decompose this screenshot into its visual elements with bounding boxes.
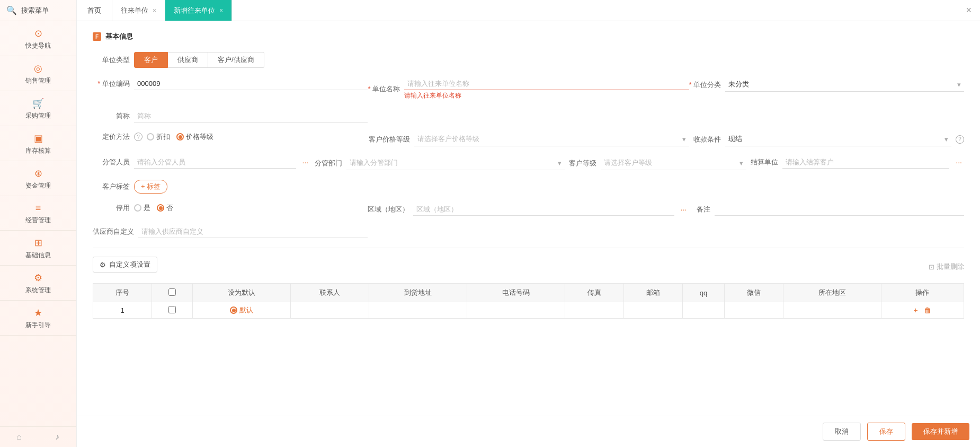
- row-checkbox[interactable]: [168, 306, 176, 313]
- unit-name-inner: 请输入往来单位名称: [404, 77, 689, 100]
- user-icon: ♪: [55, 432, 59, 442]
- customer-price-level-label: 客户价格等级: [368, 135, 410, 144]
- sidebar-item-operations[interactable]: ≡ 经营管理: [0, 196, 76, 231]
- type-buttons: 客户 供应商 客户/供应商: [134, 52, 264, 68]
- short-name-field: 简称: [93, 110, 368, 122]
- unit-name-input[interactable]: [404, 77, 689, 90]
- manager-input[interactable]: [134, 156, 296, 169]
- tab-partners-close[interactable]: ×: [153, 7, 156, 14]
- save-new-button[interactable]: 保存并新增: [912, 423, 969, 440]
- customer-price-level-placeholder: 请选择客户价格等级: [417, 134, 479, 144]
- tab-new-partner-close[interactable]: ×: [219, 7, 223, 14]
- default-radio-circle: [230, 306, 237, 314]
- settlement-input[interactable]: [782, 156, 950, 169]
- table-select-all[interactable]: [168, 288, 176, 296]
- add-tag-button[interactable]: + 标签: [134, 180, 167, 194]
- window-close-button[interactable]: ×: [957, 5, 980, 16]
- unit-category-field: 单位分类 未分类 ▾: [689, 77, 964, 92]
- sidebar-item-sales[interactable]: ◎ 销售管理: [0, 56, 76, 91]
- sidebar-item-finance[interactable]: ⊛ 资金管理: [0, 161, 76, 196]
- payment-condition-value: 现结: [728, 134, 742, 144]
- region-more-btn[interactable]: ···: [679, 205, 689, 214]
- radio-price-level-circle: [176, 133, 184, 141]
- sidebar-item-label: 库存核算: [25, 146, 51, 155]
- sidebar-item-label: 系统管理: [25, 286, 51, 295]
- tag-row: 客户标签 + 标签: [93, 180, 964, 194]
- quick-nav-icon: ⊙: [34, 28, 42, 39]
- sidebar-item-label: 快捷导航: [25, 41, 51, 50]
- default-radio[interactable]: 默认: [196, 305, 287, 315]
- unit-info-row: 单位编码 单位名称 请输入往来单位名称 单位分类 未分类 ▾: [93, 77, 964, 100]
- radio-disable-yes-circle: [134, 204, 141, 212]
- tab-home[interactable]: 首页: [77, 0, 112, 21]
- type-btn-customer[interactable]: 客户: [134, 52, 168, 68]
- unit-code-input[interactable]: [134, 77, 368, 90]
- td-email: [624, 302, 683, 319]
- unit-category-select[interactable]: 未分类 ▾: [725, 77, 964, 92]
- sidebar: 🔍 搜索菜单 ⊙ 快捷导航 ◎ 销售管理 🛒 采购管理 ▣ 库存核算 ⊛ 资金管…: [0, 0, 77, 447]
- sidebar-bottom-user[interactable]: ♪: [38, 427, 76, 447]
- sidebar-bottom-home[interactable]: ⌂: [0, 427, 38, 447]
- system-icon: ⚙: [34, 272, 42, 284]
- td-fax: [565, 302, 624, 319]
- unit-code-label: 单位编码: [93, 79, 130, 89]
- disable-label: 停用: [93, 203, 130, 213]
- sidebar-item-purchase[interactable]: 🛒 采购管理: [0, 91, 76, 126]
- divider: [93, 248, 964, 248]
- sales-icon: ◎: [34, 63, 42, 74]
- pricing-help-icon[interactable]: ?: [134, 133, 142, 141]
- contacts-table: 序号 设为默认 联系人 到货地址 电话号码 传真 邮箱 qq 微信 所在地区 操…: [93, 283, 964, 319]
- save-button[interactable]: 保存: [867, 423, 905, 441]
- sidebar-search[interactable]: 🔍 搜索菜单: [0, 0, 76, 21]
- sidebar-item-system[interactable]: ⚙ 系统管理: [0, 266, 76, 301]
- radio-discount-circle: [147, 133, 154, 141]
- sidebar-item-quick-nav[interactable]: ⊙ 快捷导航: [0, 21, 76, 56]
- sidebar-item-label: 新手引导: [25, 321, 51, 330]
- dept-label: 分管部门: [310, 159, 342, 168]
- sidebar-item-new-guide[interactable]: ★ 新手引导: [0, 301, 76, 336]
- main-content: F 基本信息 单位类型 客户 供应商 客户/供应商 单位编码 单位名称: [77, 21, 980, 416]
- table-header-row: 序号 设为默认 联系人 到货地址 电话号码 传真 邮箱 qq 微信 所在地区 操…: [93, 284, 964, 302]
- customer-price-level-select[interactable]: 请选择客户价格等级 ▾: [414, 132, 689, 146]
- cancel-button[interactable]: 取消: [823, 423, 861, 441]
- td-wechat: [724, 302, 783, 319]
- radio-price-level[interactable]: 价格等级: [176, 132, 213, 142]
- td-address: [369, 302, 467, 319]
- type-btn-supplier[interactable]: 供应商: [168, 52, 208, 68]
- payment-help-icon[interactable]: ?: [956, 135, 964, 144]
- customer-level-select[interactable]: 请选择客户等级 ▾: [601, 156, 746, 170]
- sidebar-item-label: 销售管理: [25, 76, 51, 85]
- manager-field: 分管人员 ···: [93, 156, 310, 169]
- th-wechat: 微信: [724, 284, 783, 302]
- customer-level-placeholder: 请选择客户等级: [604, 158, 652, 168]
- radio-disable-yes[interactable]: 是: [134, 203, 150, 213]
- row-add-btn[interactable]: +: [912, 306, 920, 314]
- region-input[interactable]: [413, 203, 674, 216]
- td-check: [152, 302, 193, 319]
- region-label: 区域（地区）: [368, 205, 409, 214]
- tab-partners[interactable]: 往来单位 ×: [112, 0, 165, 21]
- payment-condition-arrow: ▾: [945, 135, 948, 143]
- tag-label: 客户标签: [93, 182, 130, 191]
- remark-input[interactable]: [715, 203, 964, 216]
- short-name-row: 简称: [93, 110, 964, 122]
- row-delete-btn[interactable]: 🗑: [922, 306, 933, 314]
- radio-disable-no[interactable]: 否: [157, 203, 173, 213]
- custom-settings-button[interactable]: ⚙ 自定义项设置: [93, 257, 157, 273]
- dept-placeholder: 请输入分管部门: [350, 158, 398, 168]
- batch-delete-button[interactable]: ⊡ 批量删除: [929, 262, 964, 271]
- tab-new-partner[interactable]: 新增往来单位 ×: [165, 0, 232, 21]
- settlement-more-btn[interactable]: ···: [954, 158, 964, 166]
- sidebar-item-base-info[interactable]: ⊞ 基础信息: [0, 231, 76, 266]
- manager-more-btn[interactable]: ···: [300, 158, 311, 166]
- dept-field: 分管部门 请输入分管部门 ▾: [310, 156, 565, 170]
- dept-select[interactable]: 请输入分管部门 ▾: [346, 156, 565, 170]
- sidebar-item-inventory[interactable]: ▣ 库存核算: [0, 126, 76, 161]
- supplier-custom-input[interactable]: [138, 225, 368, 238]
- short-name-input[interactable]: [134, 110, 368, 122]
- tab-bar: 首页 往来单位 × 新增往来单位 × ×: [77, 0, 980, 21]
- inventory-icon: ▣: [34, 133, 43, 144]
- payment-condition-select[interactable]: 现结 ▾: [725, 132, 951, 146]
- radio-discount[interactable]: 折扣: [147, 132, 170, 142]
- type-btn-both[interactable]: 客户/供应商: [208, 52, 264, 68]
